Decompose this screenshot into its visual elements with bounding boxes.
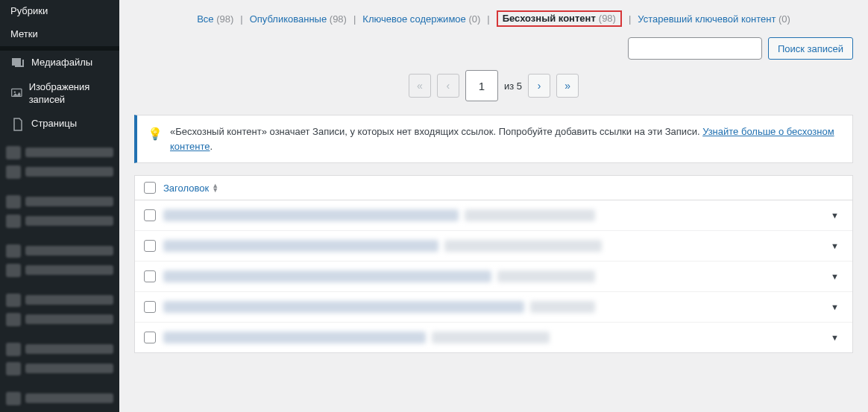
sidebar-item-label: Страницы [31,118,77,130]
filter-label: Все [197,13,213,25]
filter-label: Ключевое содержимое [362,13,465,25]
sidebar-item-blurred [0,212,119,231]
pagination-current: 1 [465,70,498,101]
sidebar-item-label: Медиафайлы [31,57,92,69]
media-icon [10,56,25,71]
sidebar-item-blurred [0,310,119,329]
admin-sidebar: Рубрики Метки Медиафайлы Изображения зап… [0,0,119,412]
lightbulb-icon: 💡 [148,125,163,153]
row-checkbox[interactable] [144,240,156,252]
table-header-row: Заголовок ▲▼ [135,176,852,200]
table-row: ▼ [135,292,852,323]
search-input[interactable] [628,37,762,60]
filter-count: (0) [779,13,790,25]
sidebar-item-blurred [0,192,119,212]
sidebar-item-blurred [0,359,119,378]
table-row: ▼ [135,323,852,352]
filter-label: Устаревший ключевой контент [638,13,776,25]
pagination-first[interactable]: « [409,74,431,98]
notice-text-before: «Бесхозный контент» означает Записи, у к… [170,126,702,137]
search-button[interactable]: Поиск записей [768,37,853,60]
sidebar-item-blurred [0,340,119,359]
pages-icon [10,117,25,132]
filter-label: Опубликованные [250,13,327,25]
sidebar-item-label: Рубрики [10,5,48,18]
sidebar-item-blurred [0,291,119,310]
sidebar-item-blurred [0,261,119,280]
sidebar-item-blurred [0,389,119,408]
sidebar-item-label: Метки [10,28,38,41]
column-header-title-label: Заголовок [163,183,209,194]
notice-text: «Бесхозный контент» означает Записи, у к… [170,124,842,153]
filter-all[interactable]: Все (98) [197,13,233,25]
column-header-title[interactable]: Заголовок ▲▼ [163,183,218,194]
row-expand-toggle[interactable]: ▼ [826,333,843,342]
sidebar-item-blurred [0,241,119,261]
pagination-prev[interactable]: ‹ [437,74,459,98]
filter-separator: | [626,13,633,25]
table-row: ▼ [135,200,852,231]
filter-separator: | [485,13,491,25]
filter-orphaned[interactable]: Бесхозный контент [503,13,596,24]
row-title-blurred [163,270,819,282]
select-all-checkbox[interactable] [144,182,156,194]
sidebar-item-blurred [0,143,119,162]
sidebar-item-media[interactable]: Медиафайлы [0,51,119,76]
row-title-blurred [163,332,819,343]
pagination-next[interactable]: › [528,74,550,98]
row-expand-toggle[interactable]: ▼ [826,211,843,220]
sort-arrows-icon: ▲▼ [212,183,218,192]
search-row: Поиск записей [134,34,853,70]
row-title-blurred [163,209,819,221]
sidebar-item-pages[interactable]: Страницы [0,112,119,137]
posts-table: Заголовок ▲▼ ▼ ▼ [134,175,853,353]
table-row: ▼ [135,231,852,262]
filter-count: (98) [330,13,347,25]
row-expand-toggle[interactable]: ▼ [826,272,843,281]
sidebar-item-label: Изображения записей [29,81,112,107]
filter-count: (98) [599,13,616,24]
row-expand-toggle[interactable]: ▼ [826,302,843,311]
row-title-blurred [163,240,819,252]
filter-cornerstone[interactable]: Ключевое содержимое (0) [362,13,480,25]
filter-tabs: Все (98) | Опубликованные (98) | Ключево… [134,0,853,34]
filter-stale-cornerstone[interactable]: Устаревший ключевой контент (0) [638,13,790,25]
filter-count: (0) [468,13,480,25]
row-expand-toggle[interactable]: ▼ [826,241,843,250]
sidebar-item-blurred [0,162,119,182]
row-title-blurred [163,301,819,313]
filter-label: Бесхозный контент [503,13,596,24]
notice-text-after: . [210,141,213,152]
row-checkbox[interactable] [144,301,156,313]
row-checkbox[interactable] [144,270,156,282]
pagination: « ‹ 1 из 5 › » [134,70,853,115]
sidebar-item-tags[interactable]: Метки [0,23,119,46]
filter-orphaned-highlighted: Бесхозный контент (98) [497,10,622,27]
main-content: Все (98) | Опубликованные (98) | Ключево… [119,0,868,412]
row-checkbox[interactable] [144,332,156,343]
info-notice: 💡 «Бесхозный контент» означает Записи, у… [134,115,853,163]
pagination-last[interactable]: » [556,74,579,98]
pagination-total-label: из 5 [504,80,522,92]
image-icon [10,86,23,101]
sidebar-item-categories[interactable]: Рубрики [0,0,119,23]
filter-separator: | [351,13,358,25]
filter-separator: | [238,13,245,25]
table-row: ▼ [135,262,852,292]
filter-published[interactable]: Опубликованные (98) [250,13,347,25]
sidebar-top-group: Рубрики Метки [0,0,119,46]
filter-count: (98) [216,13,233,25]
sidebar-item-featured-images[interactable]: Изображения записей [0,76,119,112]
row-checkbox[interactable] [144,209,156,221]
svg-point-1 [14,92,16,93]
